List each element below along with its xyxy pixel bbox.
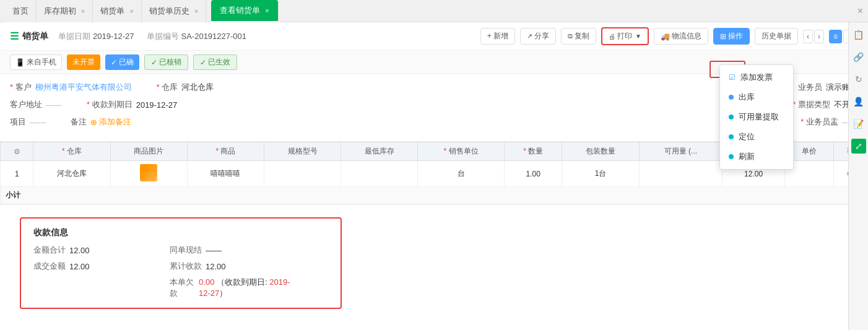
add-note-button[interactable]: ⊕ 添加备注 xyxy=(90,116,131,128)
row-warehouse: 河北仓库 xyxy=(33,161,110,187)
row-qty: 1.00 xyxy=(504,161,562,187)
summary-grid: 金额合计 12.00 同单现结 —— 成交金额 12.00 累计收款 12.00 xyxy=(33,245,328,299)
op-icon: ⊞ xyxy=(720,32,726,41)
col-qty: 数量 xyxy=(504,142,562,161)
settings-icon[interactable]: ⚙ xyxy=(14,147,20,156)
project-value: —— xyxy=(30,118,46,127)
tab-home[interactable]: 首页 xyxy=(5,0,37,22)
col-spec: 规格型号 xyxy=(264,142,341,161)
close-window-button[interactable]: × xyxy=(857,6,863,17)
col-available: 可用量 (... xyxy=(639,142,722,161)
close-tab-sales[interactable]: × xyxy=(129,7,133,15)
doc-title-icon: ☰ xyxy=(10,30,19,42)
unopened-button[interactable]: 未开票 xyxy=(67,54,100,70)
balance-due-label: 本单欠款 xyxy=(170,277,195,299)
op-button[interactable]: ⊞ 操作 xyxy=(713,28,750,45)
row-product: 嘻嘻嘻嘻 xyxy=(187,161,264,187)
summary-total-amount: 金额合计 12.00 xyxy=(33,245,157,256)
share-icon: ↗ xyxy=(527,32,532,40)
dropdown-refresh[interactable]: 刷新 xyxy=(720,147,793,167)
summary-cumulative-receipt: 累计收款 12.00 xyxy=(170,261,293,272)
sold-badge: ✓ 已核销 xyxy=(144,54,188,70)
next-button[interactable]: › xyxy=(814,30,824,43)
copy-button[interactable]: ⧉ 复制 xyxy=(561,28,596,45)
close-tab-inventory[interactable]: × xyxy=(81,7,85,15)
dropdown-locate[interactable]: 定位 xyxy=(720,127,793,147)
note-label: 备注 xyxy=(71,116,87,128)
new-button[interactable]: + 新增 xyxy=(480,28,515,45)
doc-title-text: 销货单 xyxy=(22,31,48,42)
logistics-button[interactable]: 🚚 物流信息 xyxy=(654,28,708,45)
phone-icon: 📱 xyxy=(15,58,25,67)
prev-button[interactable]: ‹ xyxy=(803,30,813,43)
balance-due-value: 0.00 （收款到期日: 2019-12-27） xyxy=(199,277,293,299)
project-field: 项目 —— xyxy=(10,116,46,128)
tab-sales-history[interactable]: 销货单历史 × xyxy=(142,0,206,22)
confirm-button[interactable]: ✓ 已确 xyxy=(105,54,139,70)
col-product: 商品 xyxy=(187,142,264,161)
list-view-button[interactable]: ≡ xyxy=(829,30,842,43)
summary-area: 收款信息 金额合计 12.00 同单现结 —— 成交金额 12.00 xyxy=(0,205,868,321)
sidebar-user-icon[interactable]: 👤 xyxy=(851,94,866,109)
customer-value[interactable]: 柳州粤港平安气体有限公司 xyxy=(35,82,132,93)
nav-arrows: ‹ › xyxy=(803,30,824,43)
main-content: ☰ 销货单 单据日期 2019-12-27 单据编号 SA-20191227-0… xyxy=(0,22,868,330)
sidebar-doc-icon[interactable]: 📋 xyxy=(851,27,866,42)
summary-balance-due: 本单欠款 0.00 （收款到期日: 2019-12-27） xyxy=(170,277,293,299)
date-value: 2019-12-27 xyxy=(93,32,134,41)
payment-date-value: 2019-12-27 xyxy=(136,100,178,110)
doc-title-section: ☰ 销货单 xyxy=(10,30,48,42)
phone-button[interactable]: 📱 来自手机 xyxy=(10,54,62,70)
row-min-stock xyxy=(341,161,418,187)
sidebar-refresh-icon[interactable]: ↻ xyxy=(853,72,865,87)
summary-same-settle: 同单现结 —— xyxy=(170,245,293,256)
note-field: 备注 ⊕ 添加备注 xyxy=(71,116,131,128)
staff2-label: 业务员盂 xyxy=(801,116,838,128)
row-image xyxy=(110,161,187,187)
doc-actions: + 新增 ↗ 分享 ⧉ 复制 🖨 打印 ▼ 🚚 物流信息 xyxy=(480,27,858,45)
row-unit: 台 xyxy=(418,161,504,187)
dropdown-available-qty[interactable]: 可用量提取 xyxy=(720,107,793,127)
tab-view-sales[interactable]: 查看销货单 × xyxy=(211,0,278,22)
ticket-type-label: 票据类型 xyxy=(792,99,830,110)
copy-icon: ⧉ xyxy=(568,32,573,40)
row-spec xyxy=(264,161,341,187)
same-settle-label: 同单现结 xyxy=(170,245,202,256)
summary-title: 收款信息 xyxy=(33,227,328,238)
sidebar-link-icon[interactable]: 🔗 xyxy=(851,50,866,64)
print-dropdown-arrow[interactable]: ▼ xyxy=(635,33,641,40)
warehouse-field: 仓库 河北仓库 xyxy=(157,82,214,93)
col-settings[interactable]: ⚙ xyxy=(1,142,33,161)
teal-dot-icon-3 xyxy=(729,154,734,159)
customer-label: 客户 xyxy=(10,82,32,93)
close-tab-view-sales[interactable]: × xyxy=(265,7,269,14)
tab-sales-order[interactable]: 销货单 × xyxy=(93,0,141,22)
warehouse-label: 仓库 xyxy=(157,82,178,93)
history-button[interactable]: 历史单据 xyxy=(755,28,798,45)
col-min-stock: 最低库存 xyxy=(341,142,418,161)
payment-date-label: 收款到期日 xyxy=(87,99,132,110)
sidebar-expand-icon[interactable]: ⤢ xyxy=(851,139,866,154)
logistics-icon: 🚚 xyxy=(661,32,670,41)
plus-icon: ⊕ xyxy=(90,118,97,127)
close-tab-history[interactable]: × xyxy=(194,7,198,15)
summary-panel: 收款信息 金额合计 12.00 同单现结 —— 成交金额 12.00 xyxy=(20,217,342,309)
date-label: 单据日期 xyxy=(58,31,90,42)
print-icon: 🖨 xyxy=(609,33,615,40)
col-pack-qty: 包装数量 xyxy=(562,142,639,161)
warehouse-value: 河北仓库 xyxy=(181,82,214,93)
address-field: 客户地址 —— xyxy=(10,99,62,110)
share-button[interactable]: ↗ 分享 xyxy=(520,28,556,45)
teal-dot-icon-1 xyxy=(729,115,734,119)
tab-inventory-init[interactable]: 库存期初 × xyxy=(37,0,93,22)
deal-amount-label: 成交金额 xyxy=(33,261,66,272)
dropdown-add-invoice[interactable]: ☑ 添加发票 xyxy=(720,67,793,87)
number-label: 单据编号 xyxy=(147,31,179,42)
col-unit: 销售单位 xyxy=(418,142,504,161)
tab-bar: 首页 库存期初 × 销货单 × 销货单历史 × 查看销货单 × × xyxy=(0,0,868,22)
effect-check-icon: ✓ xyxy=(200,58,206,67)
print-button[interactable]: 🖨 打印 ▼ xyxy=(601,27,649,45)
dropdown-outbound[interactable]: 出库 xyxy=(720,87,793,107)
total-amount-label: 金额合计 xyxy=(33,245,66,256)
sidebar-note-icon[interactable]: 📝 xyxy=(851,116,866,131)
